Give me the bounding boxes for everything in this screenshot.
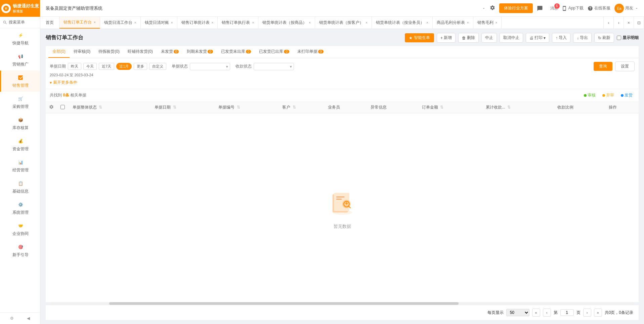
tab-scroll-left[interactable]: ‹ (604, 17, 614, 29)
settings-bottom-icon[interactable]: ⚙ (10, 316, 14, 321)
tab-order-exec[interactable]: 销售订单执行表 × (218, 17, 258, 29)
detail-checkbox-input[interactable] (617, 36, 621, 40)
date-btn-custom[interactable]: 自定义 (149, 63, 166, 70)
sidebar-nav-item-sales[interactable]: 销售管理 (0, 71, 40, 92)
tab-sales-gross[interactable]: 销售毛利 × (473, 17, 502, 29)
refresh-btn[interactable]: ↻ 刷新 (594, 33, 614, 43)
tab-sales-workbench[interactable]: 销售订单工作台 × (59, 17, 100, 29)
table-scroll[interactable]: 单据整体状态 ⇅ 单据日期 ⇅ 单据编号 ⇅ 客户 ⇅ 业务员 异常信息 订单金… (46, 102, 639, 113)
payment-select[interactable] (254, 63, 294, 70)
tab-close-3[interactable]: × (171, 21, 173, 25)
sub-tab-unshipped[interactable]: 未发货 0 (157, 46, 183, 58)
tab-gross-analysis[interactable]: 商品毛利分析表 × (433, 17, 473, 29)
tab-reconcile[interactable]: 钱货日清对账 × (141, 17, 177, 29)
th-amount[interactable]: 订单金额 ⇅ (419, 102, 482, 113)
last-page-btn[interactable]: » (594, 309, 602, 317)
print-btn[interactable]: 🖨 打印 ▾ (526, 33, 549, 43)
sub-tab-pending-inspect[interactable]: 待拣验货(0) (94, 46, 124, 58)
stop-btn[interactable]: 中止 (481, 33, 497, 43)
th-date[interactable]: 单据日期 ⇅ (151, 102, 215, 113)
tab-home[interactable]: 首页 (40, 17, 59, 29)
tab-close-all[interactable]: × (624, 17, 634, 29)
sub-tab-overdue[interactable]: 到期未发货 0 (183, 46, 217, 58)
status-select[interactable] (190, 63, 230, 70)
show-detail-checkbox[interactable]: 显示明细 (617, 35, 639, 41)
sidebar-nav-item-enterprise[interactable]: 🤝 企业协同 (0, 219, 40, 240)
date-btn-7days[interactable]: 近7天 (99, 63, 114, 70)
th-customer[interactable]: 客户 ⇅ (279, 102, 325, 113)
online-service-item[interactable]: 在线客服 (588, 5, 610, 11)
horizontal-scrollbar[interactable] (51, 302, 633, 305)
system-dropdown[interactable] (482, 6, 486, 10)
sub-tab-shipped-out[interactable]: 已发货已出库 0 (255, 46, 293, 58)
experience-btn[interactable]: 体验行业方案 (499, 3, 533, 13)
tab-close-8[interactable]: × (426, 21, 428, 25)
tab-close-4[interactable]: × (212, 21, 214, 25)
tab-scroll-right[interactable]: › (614, 17, 624, 29)
sidebar-nav-item-newbie[interactable]: 🎯 新手引导 (0, 240, 40, 261)
query-btn[interactable]: 查询 (594, 62, 612, 71)
date-btn-yesterday[interactable]: 昨天 (68, 63, 81, 70)
import-btn[interactable]: ↑ 导入 (552, 33, 570, 43)
sub-tab-shipped-not-out[interactable]: 已发货未出库 0 (217, 46, 255, 58)
smart-create-btn[interactable]: ★ 智能生单 (405, 33, 434, 42)
tab-close-sales[interactable]: × (94, 21, 96, 24)
sidebar-nav-item-finance[interactable]: 💰 资金管理 (0, 134, 40, 155)
sub-tab-unprinted[interactable]: 未打印单据 0 (293, 46, 328, 58)
tab-expand-icon[interactable]: ⊡ (634, 17, 644, 29)
sub-tab-pending-review[interactable]: 待审核(0) (70, 46, 95, 58)
tab-sales-staff[interactable]: 销货单统计表（按业务员） × (372, 17, 433, 29)
sub-tab-all[interactable]: 全部(0) (48, 46, 70, 58)
tab-daily-clear[interactable]: 钱货日清工作台 × (100, 17, 141, 29)
tab-close-5[interactable]: × (252, 21, 254, 25)
svg-rect-4 (336, 199, 342, 200)
app-download-item[interactable]: App下载 (562, 5, 584, 11)
sidebar-nav-item-inventory[interactable]: 📦 库存核算 (0, 113, 40, 134)
setting-btn[interactable]: 设置 (615, 62, 635, 71)
date-btn-1month[interactable]: 近1月 (116, 63, 132, 70)
sidebar-nav-item-baseinfo[interactable]: 📋 基础信息 (0, 176, 40, 198)
sidebar-nav-item-purchase[interactable]: 🛒 采购管理 (0, 92, 40, 113)
scrollbar-thumb[interactable] (109, 302, 459, 305)
tab-sales-product[interactable]: 销货单统计表（按商品） × (258, 17, 315, 29)
expand-btn[interactable]: ▾ 展开更多条件 (50, 80, 77, 85)
audit-btn[interactable]: 审核 (582, 92, 598, 99)
add-btn[interactable]: + 新增 (437, 33, 456, 43)
next-page-btn[interactable]: › (583, 309, 591, 317)
sidebar-nav-item-marketing[interactable]: 📢 营销推广 (0, 49, 40, 71)
delete-btn[interactable]: 🗑 删除 (458, 33, 479, 43)
tab-close-7[interactable]: × (366, 21, 368, 25)
th-check[interactable] (57, 102, 69, 113)
unshipped-badge: 0 (174, 50, 179, 53)
sidebar-nav-item-system[interactable]: ⚙️ 系统管理 (0, 198, 40, 219)
un-audit-btn[interactable]: 弃审 (600, 92, 616, 99)
sidebar: 畅捷通好生意 标准版 搜索菜单 ⚡ 快捷导航 📢 营销推广 销售管理 🛒 采购管… (0, 0, 40, 324)
cancel-stop-label: 取消中止 (503, 35, 519, 41)
export-btn[interactable]: ↓ 导出 (573, 33, 592, 43)
first-page-btn[interactable]: « (532, 309, 540, 317)
tab-sales-customer[interactable]: 销货单统计表（按客户） × (315, 17, 372, 29)
sidebar-nav-item-quick-nav[interactable]: ⚡ 快捷导航 (0, 28, 40, 49)
tab-order-stats[interactable]: 销售订单统计表 × (177, 17, 218, 29)
ship-btn[interactable]: 发货 (619, 92, 635, 99)
th-cumulative[interactable]: 累计收款... ⇅ (482, 102, 554, 113)
date-btn-more[interactable]: 更多 (134, 63, 147, 70)
collapse-icon[interactable]: ◀ (27, 316, 30, 321)
sidebar-nav-item-operation[interactable]: 📊 经营管理 (0, 155, 40, 176)
user-item[interactable]: Ea 用友 (614, 4, 639, 13)
tab-close-10[interactable]: × (496, 21, 498, 25)
tab-close-2[interactable]: × (134, 21, 136, 25)
th-number[interactable]: 单据编号 ⇅ (215, 102, 279, 113)
cancel-stop-btn[interactable]: 取消中止 (500, 33, 523, 43)
date-btn-today[interactable]: 今天 (83, 63, 97, 70)
sidebar-search[interactable]: 搜索菜单 (0, 17, 40, 28)
page-size-select[interactable]: 50 100 200 (506, 309, 529, 316)
message-icon-item[interactable]: 6 消息 (537, 5, 558, 11)
tab-close-9[interactable]: × (467, 21, 469, 25)
sub-tab-wangpu[interactable]: 旺铺待发货(0) (124, 46, 157, 58)
page-input[interactable] (560, 309, 574, 316)
tab-close-6[interactable]: × (309, 21, 311, 25)
select-all-checkbox[interactable] (60, 105, 65, 109)
settings-gear-icon[interactable] (490, 5, 495, 11)
prev-page-btn[interactable]: ‹ (543, 309, 551, 317)
